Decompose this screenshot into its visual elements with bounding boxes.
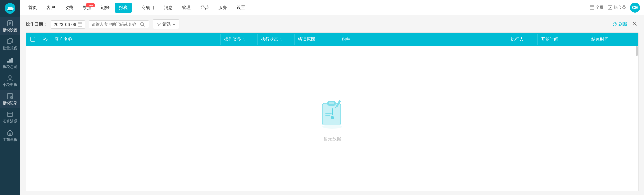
th-start-time: 开始时间 [538, 34, 588, 45]
nav-item-shoufei[interactable]: 收费 [60, 3, 77, 13]
sidebar-item-baoshui-zonlan[interactable]: 报税总览 [0, 53, 20, 72]
huisuan-jiaona-icon [6, 111, 14, 118]
sidebar-item-baoshui-shezhi[interactable]: 报税设置 [0, 17, 20, 35]
nav-item-baoshui[interactable]: 报税 [115, 3, 132, 13]
sidebar-item-huisuan-jiaona[interactable]: 汇算清缴 [0, 108, 20, 126]
svg-rect-24 [608, 6, 612, 10]
th-error-reason: 错误原因 [295, 34, 338, 45]
th-executor-label: 执行人 [511, 36, 524, 42]
sidebar-item-label: 报税总览 [3, 64, 17, 69]
th-name-label: 客户名称 [55, 36, 72, 42]
fullscreen-button[interactable]: 全屏 [590, 5, 604, 10]
member-label: 畅会员 [614, 5, 626, 10]
logo-icon [5, 3, 15, 14]
search-input[interactable] [92, 22, 139, 27]
select-all-checkbox[interactable] [30, 37, 35, 42]
date-label: 操作日期： [26, 21, 47, 27]
baoshui-shezhi-icon [6, 20, 14, 27]
nav-item-kehu[interactable]: 客户 [42, 3, 59, 13]
avatar-text: CE [632, 5, 638, 10]
refresh-button[interactable]: 刷新 [612, 21, 627, 27]
filter-button[interactable]: 筛选 [153, 20, 179, 29]
empty-state: 暂无数据 [304, 85, 361, 152]
sidebar-item-label: 个税申报 [3, 82, 17, 87]
table-scrollbar[interactable] [636, 46, 638, 56]
calendar-icon [78, 22, 82, 27]
date-picker[interactable]: 2023-06-06 [51, 20, 85, 29]
sidebar-item-label: 报税记录 [3, 101, 17, 105]
svg-point-33 [44, 39, 46, 40]
th-executor: 执行人 [507, 34, 538, 45]
th-name: 客户名称 [51, 34, 221, 45]
nav-item-fuwu[interactable]: 服务 [214, 3, 231, 13]
sidebar-logo [0, 0, 20, 17]
geshui-shenbao-icon [6, 74, 14, 82]
refresh-icon [612, 22, 617, 27]
sidebar-item-piliang-baoshui[interactable]: 批量报税 [0, 35, 20, 53]
fullscreen-label: 全屏 [596, 5, 604, 10]
sidebar-item-label: 工商年报 [3, 137, 17, 142]
svg-rect-38 [329, 102, 334, 104]
th-op-type-label: 操作类型 [224, 36, 242, 42]
svg-rect-40 [332, 108, 333, 115]
svg-rect-25 [78, 23, 82, 26]
nav-item-jizhang[interactable]: 记账 [97, 3, 114, 13]
search-box[interactable] [89, 20, 149, 28]
th-error-reason-label: 错误原因 [298, 36, 315, 42]
sidebar-item-label: 报税设置 [3, 28, 17, 32]
piliang-baoshui-icon [6, 38, 14, 45]
close-button[interactable] [631, 21, 639, 28]
nav-item-gongshang-xiangmu[interactable]: 工商项目 [133, 3, 159, 13]
baoshui-jilu-icon [6, 92, 14, 100]
top-nav: 首页 客户 收费 票据 new 记账 报税 工商项目 消息 [20, 0, 644, 15]
page-content: 操作日期： 2023-06-06 [20, 15, 644, 195]
nav-item-guanli[interactable]: 管理 [178, 3, 195, 13]
svg-rect-35 [322, 103, 341, 125]
sidebar-item-gongshang-nianbao[interactable]: 工商年报 [0, 126, 20, 145]
main-area: 首页 客户 收费 票据 new 记账 报税 工商项目 消息 [20, 0, 644, 195]
th-start-time-label: 开始时间 [541, 36, 558, 42]
th-op-type[interactable]: 操作类型 ⇅ [221, 34, 258, 45]
nav-item-shouye[interactable]: 首页 [24, 3, 41, 13]
search-icon [140, 22, 145, 27]
empty-text: 暂无数据 [324, 136, 341, 142]
th-end-time-label: 结束时间 [591, 36, 609, 42]
svg-rect-23 [590, 6, 594, 10]
table-body: 暂无数据 [26, 46, 638, 191]
sort-icon: ⇅ [280, 38, 283, 41]
th-tax-type: 税种 [338, 34, 508, 45]
nav-item-shezhi[interactable]: 设置 [232, 3, 249, 13]
user-avatar[interactable]: CE [630, 3, 640, 13]
empty-illustration [314, 95, 351, 132]
svg-rect-7 [7, 61, 9, 63]
th-exec-status-label: 执行状态 [261, 36, 278, 42]
th-settings[interactable] [39, 34, 51, 45]
nav-item-jingying[interactable]: 经营 [196, 3, 213, 13]
sidebar-item-label: 汇算清缴 [3, 119, 17, 123]
table-header: 客户名称 操作类型 ⇅ 执行状态 ⇅ 错误原因 税种 执行人 [26, 33, 638, 46]
filter-icon [156, 22, 161, 27]
date-value: 2023-06-06 [54, 22, 76, 27]
piaoju-badge: new [86, 3, 95, 7]
svg-rect-22 [9, 134, 11, 135]
th-checkbox[interactable] [26, 34, 39, 44]
member-button[interactable]: 畅会员 [608, 5, 626, 10]
svg-line-30 [143, 25, 144, 27]
sidebar-item-baoshui-jilu[interactable]: 报税记录 [0, 90, 20, 108]
refresh-label: 刷新 [618, 21, 627, 27]
svg-point-34 [322, 125, 342, 129]
svg-point-10 [9, 76, 11, 78]
nav-item-xiaoxi[interactable]: 消息 [160, 3, 177, 13]
svg-rect-6 [9, 39, 12, 43]
sidebar-item-geshui-shenbao[interactable]: 个税申报 [0, 72, 20, 90]
svg-rect-8 [9, 59, 11, 63]
table-container: 客户名称 操作类型 ⇅ 执行状态 ⇅ 错误原因 税种 执行人 [26, 32, 639, 191]
th-tax-type-label: 税种 [342, 36, 350, 42]
nav-item-piaoju[interactable]: 票据 new [79, 3, 95, 13]
sidebar-item-label: 批量报税 [3, 46, 17, 50]
top-nav-right: 全屏 畅会员 CE [590, 3, 640, 13]
sidebar: 报税设置 批量报税 报税总览 个税申报 [0, 0, 20, 195]
th-end-time: 结束时间 [588, 34, 638, 45]
th-exec-status[interactable]: 执行状态 ⇅ [258, 34, 295, 45]
svg-point-39 [331, 116, 334, 119]
